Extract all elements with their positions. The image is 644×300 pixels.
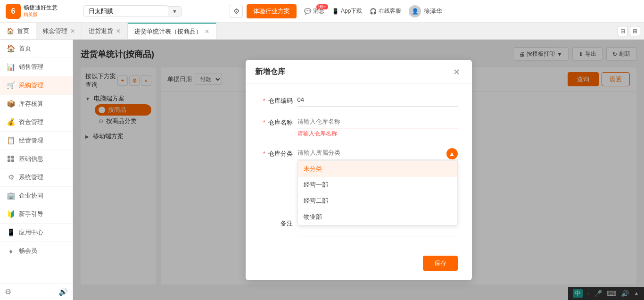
- tab-purchase-stats-close[interactable]: ✕: [205, 29, 209, 34]
- tab-home[interactable]: 🏠 首页: [0, 23, 36, 39]
- tab-purchase-return-close[interactable]: ✕: [116, 28, 121, 34]
- code-field: [297, 93, 458, 107]
- dialog-body: * 仓库编码 * 仓库名称: [246, 84, 472, 251]
- search-input[interactable]: [83, 5, 168, 17]
- online-service-item[interactable]: 🎧 在线客服: [370, 7, 401, 15]
- sidebar-sales-label: 销售管理: [19, 63, 43, 71]
- tab-home-label: 首页: [17, 27, 29, 35]
- top-header: 6 畅捷通好生意 精英版 ▼ ⚙ 体验行业方案 💬 消息 99+ 📱 App下载…: [0, 0, 644, 23]
- sidebar-item-vip[interactable]: ♦ 畅会员: [0, 242, 73, 260]
- tab-minimize-btn[interactable]: ⊟: [618, 26, 628, 36]
- home-sidebar-icon: 🏠: [7, 44, 15, 53]
- tab-purchase-return-label: 进货退货: [89, 27, 113, 35]
- svg-rect-3: [11, 159, 14, 162]
- sidebar-basic-label: 基础信息: [19, 155, 43, 163]
- vip-icon: ♦: [7, 247, 15, 255]
- sidebar-item-enterprise[interactable]: 🏢 企业协同: [0, 187, 73, 205]
- message-icon: 💬: [304, 8, 311, 15]
- sidebar-item-basic[interactable]: 基础信息: [0, 150, 73, 168]
- basic-icon: [7, 155, 15, 163]
- logo-area: 6 畅捷通好生意 精英版: [6, 4, 79, 19]
- name-error-msg: 请输入仓库名称: [297, 130, 458, 138]
- classify-option-0[interactable]: 未分类: [298, 161, 457, 177]
- settings-icon[interactable]: ⚙: [230, 5, 243, 18]
- system-icon: ⚙: [7, 173, 15, 182]
- apps-icon: 📱: [7, 228, 15, 237]
- tab-bar: 🏠 首页 账套管理 ✕ 进货退货 ✕ 进货单统计表（按商品） ✕ ⊟ ⊞: [0, 23, 644, 40]
- sidebar-item-purchase[interactable]: 🛒 采购管理: [0, 76, 73, 95]
- dialog-footer: 保存: [246, 251, 472, 271]
- app-name: 畅捷通好生意: [24, 4, 58, 12]
- sidebar-item-system[interactable]: ⚙ 系统管理: [0, 168, 73, 187]
- sidebar-vip-label: 畅会员: [19, 247, 37, 255]
- operation-icon: 📋: [7, 136, 15, 145]
- svg-rect-1: [11, 156, 14, 158]
- sidebar-item-home[interactable]: 🏠 首页: [0, 40, 73, 58]
- sidebar-inventory-label: 库存核算: [19, 100, 43, 108]
- sidebar-settings-icon[interactable]: ⚙: [5, 287, 11, 296]
- name-input[interactable]: [297, 115, 458, 128]
- finance-icon: 💰: [7, 118, 15, 126]
- code-input[interactable]: [297, 93, 458, 107]
- sidebar-item-sales[interactable]: 📊 销售管理: [0, 58, 73, 76]
- tab-controls: ⊟ ⊞: [614, 23, 644, 39]
- tab-maximize-btn[interactable]: ⊞: [630, 26, 640, 36]
- guide-icon: 🔰: [7, 210, 15, 218]
- username-label: 徐泽华: [424, 7, 442, 16]
- dialog-overlay: 新增仓库 ✕ * 仓库编码: [73, 40, 644, 300]
- enterprise-icon: 🏢: [7, 192, 15, 200]
- sidebar-item-finance[interactable]: 💰 资金管理: [0, 113, 73, 132]
- sidebar-system-label: 系统管理: [19, 173, 43, 182]
- svg-rect-2: [8, 159, 10, 162]
- classify-dropdown: 未分类 经营一部 经营二部 物业部: [297, 160, 458, 225]
- search-area: ▼: [83, 5, 225, 17]
- message-item[interactable]: 💬 消息 99+: [304, 7, 324, 15]
- sidebar-operation-label: 经营管理: [19, 136, 43, 145]
- remark-label: 备注: [260, 216, 297, 228]
- trial-button[interactable]: 体验行业方案: [247, 4, 297, 18]
- dialog-title: 新增仓库: [255, 67, 285, 77]
- user-area[interactable]: 👤 徐泽华: [409, 5, 442, 17]
- new-warehouse-dialog: 新增仓库 ✕ * 仓库编码: [246, 60, 472, 280]
- sidebar-speaker-icon[interactable]: 🔊: [58, 287, 68, 296]
- sidebar-guide-label: 新手引导: [19, 210, 43, 218]
- sidebar-bottom: ⚙ 🔊: [0, 283, 73, 300]
- avatar-icon: 👤: [412, 8, 419, 15]
- classify-label: * 仓库分类: [260, 146, 297, 158]
- search-dropdown-btn[interactable]: ▼: [168, 6, 182, 17]
- home-icon: 🏠: [7, 27, 14, 34]
- app-edition: 精英版: [24, 11, 58, 18]
- sidebar-item-operation[interactable]: 📋 经营管理: [0, 132, 73, 150]
- classify-option-1[interactable]: 经营一部: [298, 177, 457, 193]
- form-row-code: * 仓库编码: [260, 93, 458, 107]
- content-area: 进货单统计(按商品) 🖨 按模板打印 ▼ ⬇ 导出 ↻ 刷新: [73, 40, 644, 300]
- sidebar-enterprise-label: 企业协同: [19, 192, 43, 200]
- purchase-icon: 🛒: [7, 81, 15, 90]
- sidebar-home-label: 首页: [19, 44, 31, 53]
- classify-input[interactable]: [297, 146, 458, 159]
- code-label: * 仓库编码: [260, 93, 297, 105]
- save-button[interactable]: 保存: [423, 256, 458, 271]
- sidebar-item-apps[interactable]: 📱 应用中心: [0, 224, 73, 242]
- sidebar-purchase-label: 采购管理: [19, 81, 43, 90]
- sidebar-item-guide[interactable]: 🔰 新手引导: [0, 205, 73, 224]
- sidebar: 🏠 首页 📊 销售管理 🛒 采购管理 📦 库存核算 💰 资金管理 📋 经营管理: [0, 40, 73, 300]
- sidebar-item-inventory[interactable]: 📦 库存核算: [0, 95, 73, 113]
- tab-accounts-label: 账套管理: [43, 27, 67, 35]
- tab-purchase-return[interactable]: 进货退货 ✕: [82, 23, 128, 39]
- classify-option-3[interactable]: 物业部: [298, 209, 457, 225]
- dialog-header: 新增仓库 ✕: [246, 60, 472, 84]
- classify-input-wrap: ▲: [297, 146, 458, 159]
- dialog-close-btn[interactable]: ✕: [451, 67, 462, 78]
- classify-toggle-btn[interactable]: ▲: [446, 148, 458, 159]
- svg-rect-0: [8, 156, 10, 158]
- inventory-icon: 📦: [7, 100, 15, 108]
- tab-accounts[interactable]: 账套管理 ✕: [36, 23, 82, 39]
- tab-accounts-close[interactable]: ✕: [70, 28, 75, 34]
- classify-option-2[interactable]: 经营二部: [298, 193, 457, 209]
- app-download-item[interactable]: 📱 App下载: [332, 7, 362, 15]
- tab-purchase-stats[interactable]: 进货单统计表（按商品） ✕: [128, 23, 216, 39]
- form-row-classify: * 仓库分类 ▲ 未分类 经营一部 经: [260, 146, 458, 159]
- message-badge: 99+: [316, 4, 328, 9]
- app-logo-icon: 6: [6, 4, 21, 19]
